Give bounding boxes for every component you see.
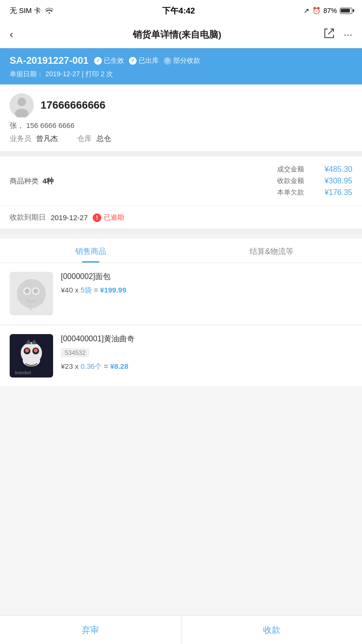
product-type-count: 商品种类 4种 [10,165,54,197]
status-right: ↗ ⏰ 87% [304,7,352,14]
badge-shipped: ✓ 已出库 [129,56,159,65]
svg-text:🦉+: 🦉+ [28,306,35,310]
product-image-1: 🦉+ [10,272,53,315]
product-list: 🦉+ [0000002]面包 ¥40 x 5袋 = ¥199.99 [0,263,362,386]
received-label: 收款金额 [277,177,304,185]
page-title: 销货单详情(来自电脑) [133,28,222,41]
clock-icon: ⏱ [164,57,171,65]
status-left: 无 SIM 卡 [10,6,54,15]
avatar [10,93,34,117]
sales-info: 业务员 曾凡杰 [10,134,58,143]
svg-point-3 [17,279,46,308]
product-image-2: branded [10,334,53,378]
status-time: 下午4:42 [162,5,195,16]
nav-actions: ··· [323,28,352,42]
received-value: ¥308.95 [314,177,352,185]
status-badges: ✓ 已生效 ✓ 已出库 ⏱ 部分收款 [94,56,200,65]
spacer-bottom [0,387,362,421]
badge-partial-payment: ⏱ 部分收款 [164,56,200,65]
order-id: SA-20191227-001 [10,55,88,66]
product-price-1: ¥40 x 5袋 = ¥199.99 [61,286,352,295]
customer-section: 17666666666 张， 156 6666 6666 业务员 曾凡杰 仓库 … [0,84,362,152]
due-label: 收款到期日 [10,213,46,222]
sales-label: 业务员 [10,134,31,142]
warehouse-info: 仓库 总仓 [77,134,111,143]
financial-stats: 成交金额 ¥485.30 收款金额 ¥308.95 本单欠款 ¥176.35 [277,165,352,197]
deal-amount: 成交金额 ¥485.30 [277,165,352,174]
tab-settlement-label: 结算&物流等 [250,247,293,255]
divider-2 [0,229,362,234]
divider-1 [0,152,362,156]
order-date-row: 单据日期： 2019-12-27 | 打印 2 次 [10,70,352,79]
price-qty-1: 5袋 [81,286,92,294]
badge-activated: ✓ 已生效 [94,56,124,65]
overdue-badge: ! 已逾期 [93,213,124,222]
alarm-icon: ⏰ [312,7,320,14]
deal-value: ¥485.30 [314,165,352,174]
product-name-2: [000400001]黄油曲奇 [61,334,352,344]
price-qty-2: 0.36个 [81,362,102,370]
svg-point-6 [25,289,29,294]
reject-label: 弃审 [82,624,99,636]
debt-amount: 本单欠款 ¥176.35 [277,188,352,197]
warehouse-label: 仓库 [77,134,92,142]
wifi-icon [45,7,54,15]
tabs-row: 销售商品 结算&物流等 [0,239,362,263]
product-item-1: 🦉+ [0000002]面包 ¥40 x 5袋 = ¥199.99 [0,263,362,324]
customer-phone: 17666666666 [41,99,106,112]
debt-label: 本单欠款 [277,188,304,197]
more-button[interactable]: ··· [344,28,352,41]
product-info-2: [000400001]黄油曲奇 534532 ¥23 x 0.36个 = ¥8.… [61,334,352,371]
received-amount: 收款金额 ¥308.95 [277,177,352,185]
svg-point-7 [33,289,38,294]
check-icon-2: ✓ [129,57,137,65]
type-count: 4种 [42,177,54,186]
deal-label: 成交金额 [277,165,304,174]
due-date-value: 2019-12-27 [51,213,88,222]
location-icon: ↗ [304,7,309,14]
customer-meta: 业务员 曾凡杰 仓库 总仓 [10,134,352,143]
tab-settlement[interactable]: 结算&物流等 [181,239,362,263]
status-bar: 无 SIM 卡 下午4:42 ↗ ⏰ 87% [0,0,362,21]
export-button[interactable] [323,28,335,42]
customer-name-phone: 张， 156 6666 6666 [10,121,352,130]
sales-name: 曾凡杰 [36,134,58,142]
nav-bar: ‹ 销货单详情(来自电脑) ··· [0,21,362,48]
debt-value: ¥176.35 [314,188,352,197]
collect-label: 收款 [263,624,280,636]
customer-contact-phone: 156 6666 6666 [26,121,74,129]
overdue-icon: ! [93,213,101,222]
price-base-2: ¥23 [61,362,73,370]
tabs-section: 销售商品 结算&物流等 [0,239,362,263]
svg-text:branded: branded [15,370,31,375]
price-total-2: ¥8.28 [110,362,128,370]
bottom-bar: 弃审 收款 [0,615,362,644]
svg-point-14 [34,349,38,352]
product-item-2: branded [000400001]黄油曲奇 534532 ¥23 x 0.3… [0,325,362,386]
tab-sales-products[interactable]: 销售商品 [0,239,181,263]
battery-percentage: 87% [323,7,337,14]
product-name-1: [0000002]面包 [61,272,352,282]
product-info-1: [0000002]面包 ¥40 x 5袋 = ¥199.99 [61,272,352,295]
check-icon: ✓ [94,57,102,65]
svg-point-15 [23,355,40,366]
print-info: | 打印 2 次 [82,70,113,78]
price-total-1: ¥199.99 [100,286,126,294]
back-button[interactable]: ‹ [10,28,31,41]
svg-point-13 [25,349,29,352]
order-date-value: 2019-12-27 [45,70,80,78]
carrier-text: 无 SIM 卡 [10,6,41,15]
reject-button[interactable]: 弃审 [0,616,181,644]
svg-point-1 [17,98,26,106]
date-label: 单据日期： [10,70,43,78]
collect-button[interactable]: 收款 [181,616,362,644]
order-header: SA-20191227-001 ✓ 已生效 ✓ 已出库 ⏱ 部分收款 单据日期：… [0,48,362,84]
stats-section: 商品种类 4种 成交金额 ¥485.30 收款金额 ¥308.95 本单欠款 ¥… [0,156,362,206]
due-date-section: 收款到期日 2019-12-27 ! 已逾期 [0,206,362,229]
product-price-2: ¥23 x 0.36个 = ¥8.28 [61,362,352,371]
product-tag-2: 534532 [61,348,89,357]
overdue-text: 已逾期 [104,213,124,222]
price-base-1: ¥40 [61,286,73,294]
warehouse-name: 总仓 [97,134,111,142]
customer-surname: 张， [10,121,24,129]
